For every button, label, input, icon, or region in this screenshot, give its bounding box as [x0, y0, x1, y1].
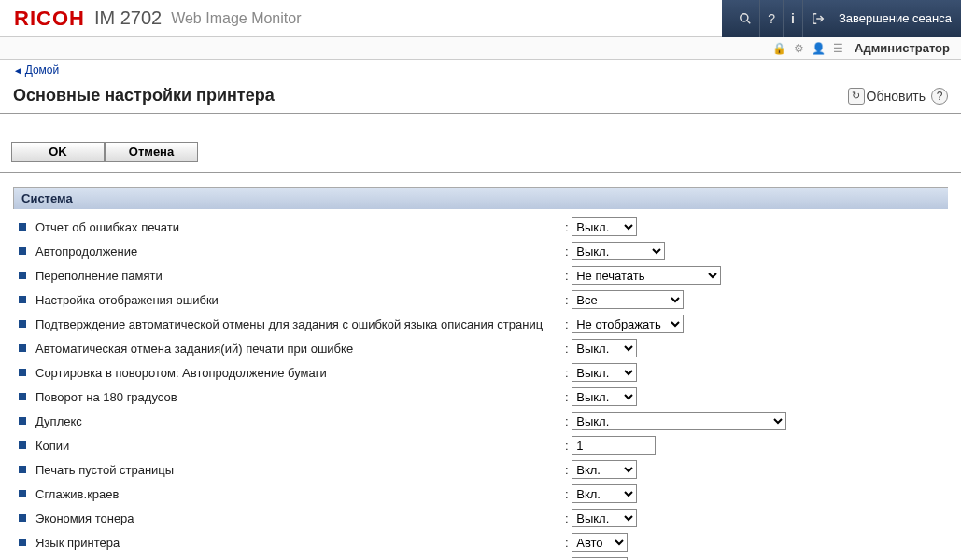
help-icon[interactable]: ?	[760, 0, 784, 37]
session-end-link[interactable]: Завершение сеанса	[833, 11, 952, 25]
bullet-icon	[19, 272, 26, 279]
setting-value-cell: : Выкл.	[558, 363, 948, 382]
bullet-icon	[19, 344, 26, 352]
cancel-button[interactable]: Отмена	[105, 142, 198, 162]
setting-row: Сглажив.краев: Вкл.	[13, 482, 948, 506]
refresh-label: Обновить	[867, 89, 926, 104]
setting-select[interactable]: Все	[572, 290, 684, 309]
setting-select[interactable]: Выкл.	[572, 363, 637, 382]
svg-point-0	[741, 13, 748, 21]
setting-select[interactable]: Выкл.	[572, 412, 786, 430]
setting-value-cell: : Вкл.	[558, 460, 948, 479]
network-icon[interactable]: ⚙	[790, 42, 808, 55]
setting-label: Настройка отображения ошибки	[35, 293, 219, 307]
ok-button[interactable]: OK	[11, 142, 105, 162]
setting-label: Переполнение памяти	[35, 269, 163, 283]
setting-value-cell: :	[558, 436, 948, 455]
home-link[interactable]: Домой	[13, 63, 59, 77]
setting-select[interactable]: Выкл.	[572, 339, 637, 357]
refresh-icon: ↻	[848, 88, 865, 105]
monitor-title: Web Image Monitor	[171, 10, 301, 27]
setting-row: Дуплекс: Выкл.	[13, 409, 948, 433]
bullet-icon	[19, 490, 26, 497]
logo-section: RICOH IM 2702 Web Image Monitor	[0, 7, 301, 31]
setting-value-cell: : Вкл.	[558, 484, 948, 503]
lock-icon[interactable]: 🔒	[769, 42, 790, 55]
bullet-icon	[19, 514, 26, 522]
section-system-header: Система	[13, 187, 948, 209]
setting-row: Отчет об ошибках печати: Выкл.	[13, 215, 948, 239]
title-actions: ↻ Обновить ?	[848, 88, 948, 105]
setting-row: Автопродолжение: Выкл.	[13, 239, 948, 263]
svg-line-1	[747, 20, 751, 23]
bullet-icon	[19, 296, 26, 303]
setting-select[interactable]: Не отображать	[572, 315, 684, 333]
setting-value-cell: : Выкл.	[558, 412, 948, 430]
button-row: OKОтмена	[0, 114, 961, 173]
setting-row: Настройка отображения ошибки: Все	[13, 287, 948, 312]
setting-value-cell: : Выкл.	[558, 509, 948, 527]
refresh-button[interactable]: ↻ Обновить	[848, 88, 926, 105]
settings-list: Отчет об ошибках печати: Выкл.Автопродол…	[0, 209, 961, 560]
setting-row: Копии:	[13, 433, 948, 457]
setting-row: Язык принтера: Авто	[13, 530, 948, 554]
bullet-icon	[19, 466, 26, 473]
setting-value-cell: : Не отображать	[558, 315, 948, 333]
setting-value-cell: : Выкл.	[558, 387, 948, 406]
setting-value-cell: : Выкл.	[558, 242, 948, 260]
setting-select[interactable]: Выкл.	[572, 509, 637, 527]
page-title: Основные настройки принтера	[13, 86, 275, 105]
user-icon[interactable]: 👤	[808, 42, 829, 55]
setting-select[interactable]: Выкл.	[572, 242, 665, 260]
info-icon[interactable]: i	[784, 0, 803, 37]
setting-value-cell: : Выкл.	[558, 217, 948, 236]
setting-label: Дуплекс	[35, 414, 82, 428]
setting-value-cell: : Авто	[558, 533, 948, 552]
home-bar: Домой	[0, 60, 961, 80]
page-help-icon[interactable]: ?	[931, 88, 948, 105]
setting-select[interactable]: Вкл.	[572, 460, 637, 479]
top-header: RICOH IM 2702 Web Image Monitor ? i Заве…	[0, 0, 961, 37]
setting-select[interactable]: Не печатать	[572, 266, 721, 285]
admin-label: Администратор	[847, 41, 950, 55]
setting-select[interactable]: Авто	[572, 533, 628, 552]
setting-row: Переполнение памяти: Не печатать	[13, 263, 948, 287]
setting-label: Автоматическая отмена задания(ий) печати…	[35, 342, 353, 356]
model-text: IM 2702	[94, 7, 162, 29]
logout-icon[interactable]	[803, 0, 833, 37]
bullet-icon	[19, 417, 26, 425]
bullet-icon	[19, 223, 26, 231]
bullet-icon	[19, 320, 26, 328]
setting-value-cell: : Выкл.	[558, 339, 948, 357]
search-icon[interactable]	[731, 0, 760, 37]
setting-row: Печать пустой страницы: Вкл.	[13, 457, 948, 482]
setting-row: Подтверждение автоматической отмены для …	[13, 312, 948, 336]
setting-label: Печать пустой страницы	[35, 463, 174, 477]
bullet-icon	[19, 369, 26, 376]
brand-logo: RICOH	[14, 7, 85, 31]
bullet-icon	[19, 393, 26, 400]
setting-label: Сортировка в поворотом: Автопродолжение …	[35, 366, 327, 380]
setting-label: Экономия тонера	[35, 511, 134, 525]
setting-label: Язык принтера	[35, 536, 120, 550]
dark-toolbar: ? i Завершение сеанса	[722, 0, 961, 37]
setting-row: Сортировка в поворотом: Автопродолжение …	[13, 360, 948, 385]
setting-row: Поворот на 180 градусов: Выкл.	[13, 385, 948, 409]
setting-value-cell: : Все	[558, 290, 948, 309]
setting-label: Подтверждение автоматической отмены для …	[35, 317, 543, 331]
setting-input[interactable]	[572, 436, 656, 455]
title-row: Основные настройки принтера ↻ Обновить ?	[0, 80, 961, 114]
list-icon[interactable]: ☰	[829, 42, 847, 55]
setting-select[interactable]: Выкл.	[572, 217, 637, 236]
bullet-icon	[19, 441, 26, 449]
setting-label: Сглажив.краев	[35, 487, 119, 501]
setting-select[interactable]: Вкл.	[572, 484, 637, 503]
sub-header: 🔒 ⚙ 👤 ☰ Администратор	[0, 37, 961, 60]
bullet-icon	[19, 539, 26, 546]
setting-label: Копии	[35, 439, 69, 453]
setting-value-cell: : Не печатать	[558, 266, 948, 285]
bullet-icon	[19, 247, 26, 255]
setting-label: Автопродолжение	[35, 245, 137, 259]
setting-select[interactable]: Выкл.	[572, 387, 637, 406]
setting-row: Экономия тонера: Выкл.	[13, 506, 948, 530]
